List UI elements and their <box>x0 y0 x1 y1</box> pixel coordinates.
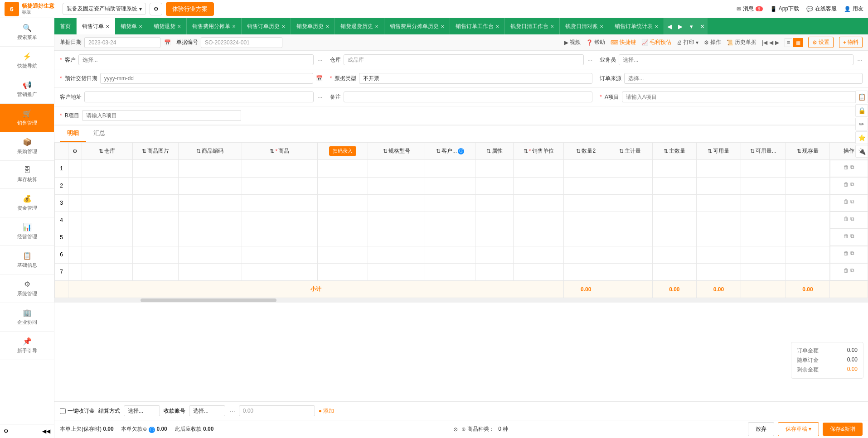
grid-view-btn[interactable]: ≡ <box>785 38 792 47</box>
copy-icon-7[interactable]: ⧉ <box>850 267 854 276</box>
debt-info-icon[interactable]: ⓘ <box>149 427 155 433</box>
settings-float-btn[interactable]: ⚙ 设置 <box>808 37 834 48</box>
close-tab-cashclear[interactable]: ✕ <box>550 24 554 29</box>
close-tab-salessummary[interactable]: ✕ <box>655 24 658 29</box>
horizontal-scrollbar[interactable] <box>54 298 868 303</box>
shortcut-btn[interactable]: ⌨ 快捷键 <box>611 39 636 46</box>
message-item[interactable]: ✉ 消息 9 <box>737 5 763 13</box>
account-more-btn[interactable]: ··· <box>230 407 235 414</box>
close-tab-salesorderhist[interactable]: ✕ <box>281 24 285 29</box>
sidebar-item-basic[interactable]: 📋 基础信息 <box>0 246 54 274</box>
close-tab-salesreturnhist[interactable]: ✕ <box>325 24 329 29</box>
sidebar-item-enterprise[interactable]: 🏢 企业协同 <box>0 303 54 332</box>
right-icon-plugin[interactable]: 🔌 <box>855 145 868 158</box>
app-download[interactable]: 📱 App下载 <box>770 5 799 13</box>
right-icon-list[interactable]: 📋 <box>855 91 868 103</box>
warehouse-input[interactable] <box>344 54 584 65</box>
sidebar-item-operation[interactable]: 📊 经营管理 <box>0 217 54 246</box>
invoice-select[interactable]: 不开票 增值税普通发票 增值税专用发票 <box>359 73 592 84</box>
sidebar-item-sales[interactable]: 🛒 销售管理 <box>0 104 54 132</box>
add-item-btn[interactable]: + 物料 <box>839 37 863 48</box>
system-selector[interactable]: 装备及固定资产辅助管理系统 ▾ <box>63 3 146 15</box>
sidebar-item-search[interactable]: 🔍 搜索菜单 <box>0 18 54 47</box>
table-tab-detail[interactable]: 明细 <box>60 125 86 142</box>
account-select[interactable]: 选择... <box>189 405 225 416</box>
close-tab-salesfee[interactable]: ✕ <box>232 24 236 29</box>
settings-icon-btn[interactable]: ⚙ <box>150 3 162 15</box>
docnumber-input[interactable] <box>201 37 282 48</box>
tab-salesworkbench[interactable]: 销售订单工作台 ✕ <box>450 18 505 34</box>
add-payment-btn[interactable]: ● 添加 <box>319 407 335 415</box>
bproject-input[interactable] <box>82 110 241 121</box>
copy-icon-6[interactable]: ⧉ <box>850 250 854 259</box>
tab-nav-left[interactable]: ◀ <box>664 18 675 34</box>
calendar-icon[interactable]: 📅 <box>164 39 171 46</box>
customer-more-btn[interactable]: ··· <box>317 56 323 63</box>
close-tab-cashreconcile[interactable]: ✕ <box>600 24 603 29</box>
sidebar-item-marketing[interactable]: 📢 营销推广 <box>0 75 54 104</box>
scrollbar-thumb[interactable] <box>141 298 276 302</box>
address-more-btn[interactable]: ··· <box>317 93 323 101</box>
table-tab-summary[interactable]: 汇总 <box>86 125 112 142</box>
tab-salessummary[interactable]: 销售订单统计表 ✕ <box>609 18 664 34</box>
sidebar-item-quicknav[interactable]: ⚡ 快捷导航 <box>0 47 54 75</box>
view-btn[interactable]: ▶ 视频 <box>564 39 581 46</box>
tab-salesreturn[interactable]: 销货单 ✕ <box>115 18 148 34</box>
copy-icon-5[interactable]: ⧉ <box>850 233 854 242</box>
delete-icon-3[interactable]: 🗑 <box>844 198 849 207</box>
close-tab-salesreturn[interactable]: ✕ <box>139 24 142 29</box>
customer-col-info[interactable]: ⓘ <box>458 148 464 154</box>
delete-icon-4[interactable]: 🗑 <box>844 216 849 225</box>
tab-salesfee[interactable]: 销售费用分摊单 ✕ <box>187 18 242 34</box>
date-input[interactable] <box>84 37 160 48</box>
solution-button[interactable]: 体验行业方案 <box>166 2 214 16</box>
warehouse-more-btn[interactable]: ··· <box>587 56 593 63</box>
sidebar-item-inventory[interactable]: 🗄 库存核算 <box>0 161 54 189</box>
online-service[interactable]: 💬 在线客服 <box>806 5 837 13</box>
tab-salesorder[interactable]: 销售订单 ✕ <box>77 18 115 34</box>
operation-btn[interactable]: ⚙ 操作 <box>704 39 721 46</box>
delete-icon-6[interactable]: 🗑 <box>844 250 849 259</box>
save-draft-button[interactable]: 保存草稿 ▾ <box>778 422 819 436</box>
tab-salesretgoodshist[interactable]: 销货退货历史 ✕ <box>335 18 384 34</box>
sidebar-settings-icon[interactable]: ⚙ <box>4 428 9 434</box>
date-picker-icon[interactable]: 📅 <box>316 75 323 82</box>
nav-prev[interactable]: ◀ <box>769 39 773 46</box>
tab-nav-dropdown[interactable]: ▾ <box>686 18 697 34</box>
staff-more-btn[interactable]: ··· <box>857 56 863 63</box>
close-tab-salesfeehist[interactable]: ✕ <box>441 24 444 29</box>
close-tab-salesreturngoods[interactable]: ✕ <box>177 24 181 29</box>
right-icon-lock[interactable]: 🔒 <box>855 104 868 117</box>
tab-salesreturngoods[interactable]: 销货退货 ✕ <box>148 18 187 34</box>
aproject-input[interactable] <box>622 91 863 102</box>
delete-icon-1[interactable]: 🗑 <box>844 164 849 173</box>
tab-salesreturnhist[interactable]: 销货单历史 ✕ <box>291 18 335 34</box>
sidebar-item-guide[interactable]: 📌 新手引导 <box>0 332 54 360</box>
tab-salesfeehist[interactable]: 销售费用分摊单历史 ✕ <box>384 18 450 34</box>
delete-icon-5[interactable]: 🗑 <box>844 233 849 242</box>
profit-btn[interactable]: 📈 毛利预估 <box>641 39 671 46</box>
tab-home[interactable]: 首页 <box>54 18 77 34</box>
tab-close-all[interactable]: ✕ <box>697 18 708 34</box>
copy-icon-1[interactable]: ⧉ <box>850 164 854 173</box>
save-new-button[interactable]: 保存&新增 <box>823 423 863 436</box>
th-settings[interactable]: ⚙ <box>68 143 82 160</box>
ordersource-input[interactable] <box>624 73 863 84</box>
tab-cashreconcile[interactable]: 钱货日清对账 ✕ <box>560 18 609 34</box>
discard-button[interactable]: 放弃 <box>748 422 774 436</box>
right-icon-edit[interactable]: ✏ <box>855 118 868 130</box>
payment-amount[interactable] <box>239 405 315 416</box>
close-tab-salesretgoodshist[interactable]: ✕ <box>375 24 378 29</box>
form-view-btn[interactable]: ▦ <box>793 38 803 47</box>
payment-checkbox[interactable] <box>60 408 66 414</box>
scan-btn[interactable]: 扫码录入 <box>329 146 356 156</box>
delete-icon-7[interactable]: 🗑 <box>844 267 849 276</box>
close-tab-salesworkbench[interactable]: ✕ <box>495 24 499 29</box>
tab-nav-right[interactable]: ▶ <box>675 18 686 34</box>
note-input[interactable] <box>344 91 593 102</box>
print-btn[interactable]: 🖨 打印 ▾ <box>677 39 698 46</box>
delete-icon-2[interactable]: 🗑 <box>844 181 849 190</box>
close-tab-salesorder[interactable]: ✕ <box>106 24 109 29</box>
address-input[interactable] <box>84 91 314 102</box>
sidebar-collapse-icon[interactable]: ◀◀ <box>42 428 50 434</box>
